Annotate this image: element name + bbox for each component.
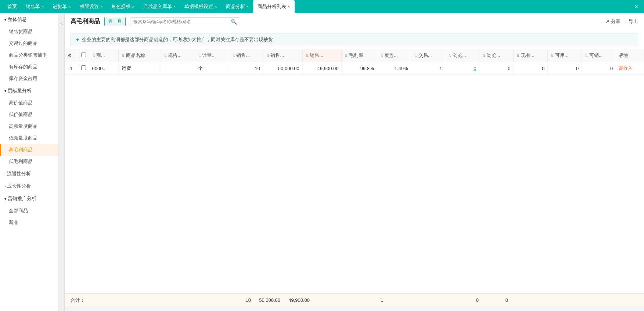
footer-browse1 xyxy=(386,297,408,303)
table-container[interactable]: ⚙ ⇅ 商... ⇅ 商品名称 xyxy=(65,49,644,293)
nav-product-analysis[interactable]: 商品分析 × xyxy=(222,0,253,13)
sidebar-group-overall-info[interactable]: ▾ 整体信息 xyxy=(0,13,58,26)
col-sales-amount[interactable]: ⇅ 销售... xyxy=(263,49,302,62)
cell-spec xyxy=(161,62,195,75)
sidebar-item-new-products[interactable]: 新品 xyxy=(0,217,58,228)
sidebar-item-all-products[interactable]: 全部商品 xyxy=(0,205,58,217)
nav-product-analysis-list[interactable]: 商品分析列表 × xyxy=(253,0,294,13)
nav-home[interactable]: 首页 xyxy=(3,0,21,13)
col-saleable-stock[interactable]: ⇅ 可销... xyxy=(582,49,616,62)
nav-template-setting[interactable]: 单据模板设置 × xyxy=(180,0,221,13)
col-spec[interactable]: ⇅ 规格... xyxy=(161,49,195,62)
col-current-stock[interactable]: ⇅ 现有... xyxy=(514,49,548,62)
nav-close-product-analysis[interactable]: × xyxy=(247,4,249,9)
nav-close-product-analysis-list[interactable]: × xyxy=(288,4,290,9)
col-name[interactable]: ⇅ 商品名称 xyxy=(119,49,161,62)
header-actions: ↗ 分享 ↓ 导出 xyxy=(605,18,638,25)
nav-close-purchase[interactable]: × xyxy=(68,4,71,9)
sidebar-item-high-value[interactable]: 高价值商品 xyxy=(0,97,58,109)
cell-saleable-stock: 0 xyxy=(582,62,616,75)
col-browse1[interactable]: ⇅ 浏览... xyxy=(445,49,479,62)
sidebar: ▾ 整体信息 销售货商品 交易过的商品 商品分类销售辅率 有库存的商品 库存资金… xyxy=(0,13,59,311)
cell-coverage: 1.49% xyxy=(377,62,411,75)
footer-browse2 xyxy=(408,297,430,303)
sort-icon-2: ⇅ xyxy=(122,54,125,58)
sidebar-item-low-value[interactable]: 低价值商品 xyxy=(0,109,58,120)
nav-role-permission[interactable]: 角色授权 × xyxy=(107,0,138,13)
nav-close-permission-setting[interactable]: × xyxy=(100,4,102,9)
arrow-down-icon-3: ▾ xyxy=(4,197,6,201)
col-code[interactable]: ⇅ 商... xyxy=(89,49,119,62)
col-checkbox[interactable] xyxy=(78,49,89,62)
col-coverage[interactable]: ⇅ 覆盖... xyxy=(377,49,411,62)
nav-close-product-import[interactable]: × xyxy=(173,4,176,9)
sidebar-item-product-analysis-rate[interactable]: 商品分类销售辅率 xyxy=(0,49,58,61)
cell-code: 0000... xyxy=(89,62,119,75)
sidebar-toggle-button[interactable]: « xyxy=(59,13,65,311)
sidebar-item-inventory-capital[interactable]: 库存资金占用 xyxy=(0,73,58,84)
horizontal-scrollbar[interactable] xyxy=(65,307,644,311)
sidebar-group-wealth-analysis[interactable]: ▾ 贡献量分析 xyxy=(0,84,58,97)
sidebar-group-flow-analysis[interactable]: › 流通性分析 xyxy=(0,167,58,180)
top-nav-right: × xyxy=(631,3,641,11)
export-icon: ↓ xyxy=(625,19,627,24)
footer-total: 合计： 10 50,000.00 49,900.00 1 0 0 xyxy=(65,293,644,307)
row-checkbox[interactable] xyxy=(81,65,86,70)
table-row: 1 0000... 运费 个 10 50,000.00 49,900.00 99… xyxy=(65,62,644,75)
nav-close-template-setting[interactable]: × xyxy=(215,4,217,9)
search-input[interactable] xyxy=(133,19,231,24)
col-margin-rate[interactable]: ⇅ 毛利率 xyxy=(342,49,377,62)
sidebar-item-stocked-products[interactable]: 有库存的商品 xyxy=(0,61,58,73)
col-available-stock[interactable]: ⇅ 可用... xyxy=(548,49,582,62)
nav-permission-setting[interactable]: 权限设置 × xyxy=(75,0,107,13)
cell-browse1[interactable]: 0 xyxy=(445,62,479,75)
cell-sales-cost: 49,900.00 xyxy=(302,62,342,75)
footer-sales-cost: 49,900.00 xyxy=(283,297,313,303)
arrow-down-icon: ▾ xyxy=(4,18,6,22)
sidebar-item-low-freq[interactable]: 低频量度商品 xyxy=(0,132,58,144)
col-browse2[interactable]: ⇅ 浏览... xyxy=(479,49,514,62)
cell-name: 运费 xyxy=(119,62,161,75)
search-icon[interactable]: 🔍 xyxy=(231,19,237,25)
nav-close-role-permission[interactable]: × xyxy=(132,4,134,9)
cell-checkbox[interactable] xyxy=(78,62,89,75)
sort-icon-10: ⇅ xyxy=(414,54,417,58)
col-sales-qty[interactable]: ⇅ 销售... xyxy=(229,49,263,62)
nav-close-sales[interactable]: × xyxy=(42,4,44,9)
sidebar-group-growth-analysis[interactable]: › 成长性分析 xyxy=(0,180,58,192)
footer-available-stock: 0 xyxy=(452,297,482,303)
nav-sales[interactable]: 销售单 × xyxy=(21,0,48,13)
nav-purchase[interactable]: 进货单 × xyxy=(48,0,75,13)
col-settings[interactable]: ⚙ xyxy=(65,49,78,62)
sidebar-item-high-freq[interactable]: 高频量度商品 xyxy=(0,120,58,132)
col-unit[interactable]: ⇅ 计量... xyxy=(195,49,229,62)
close-all-button[interactable]: × xyxy=(631,3,641,11)
footer-label: 合计： xyxy=(71,297,85,304)
sidebar-item-traded-products[interactable]: 交易过的商品 xyxy=(0,37,58,49)
top-nav: 首页 销售单 × 进货单 × 权限设置 × 角色授权 × 产成品入库单 × 单据… xyxy=(0,0,644,13)
data-table: ⚙ ⇅ 商... ⇅ 商品名称 xyxy=(65,49,644,75)
select-all-checkbox[interactable] xyxy=(81,53,86,57)
filter-button[interactable]: 近一月 xyxy=(104,17,126,26)
footer-transaction: 1 xyxy=(357,297,386,303)
footer-values: 10 50,000.00 49,900.00 1 0 0 xyxy=(100,297,638,303)
col-sales-cost[interactable]: ⇅ 销售... xyxy=(302,49,342,62)
sort-icon-12: ⇅ xyxy=(482,54,485,58)
arrow-down-icon-2: ▾ xyxy=(4,89,6,93)
settings-icon: ⚙ xyxy=(68,53,72,58)
col-transaction[interactable]: ⇅ 交易... xyxy=(411,49,445,62)
collapse-icon: « xyxy=(60,21,63,26)
cell-index: 1 xyxy=(65,62,78,75)
sidebar-item-sales-products[interactable]: 销售货商品 xyxy=(0,26,58,37)
search-box: 🔍 xyxy=(130,17,240,26)
content-header: 高毛利商品 近一月 🔍 ↗ 分享 ↓ 导出 xyxy=(65,13,644,30)
sidebar-item-high-margin[interactable]: 高毛利商品 xyxy=(0,144,58,156)
sidebar-group-marketing-analysis[interactable]: ▾ 营销推广分析 xyxy=(0,192,58,205)
share-button[interactable]: ↗ 分享 xyxy=(605,18,620,25)
cell-margin-rate: 99.8% xyxy=(342,62,377,75)
share-icon: ↗ xyxy=(605,19,609,24)
sidebar-item-low-margin[interactable]: 低毛利商品 xyxy=(0,156,58,167)
nav-product-import[interactable]: 产成品入库单 × xyxy=(139,0,180,13)
content-area: 高毛利商品 近一月 🔍 ↗ 分享 ↓ 导出 ✦ 企业的主要的利润都是这部分商品创… xyxy=(65,13,644,311)
export-button[interactable]: ↓ 导出 xyxy=(625,18,638,25)
